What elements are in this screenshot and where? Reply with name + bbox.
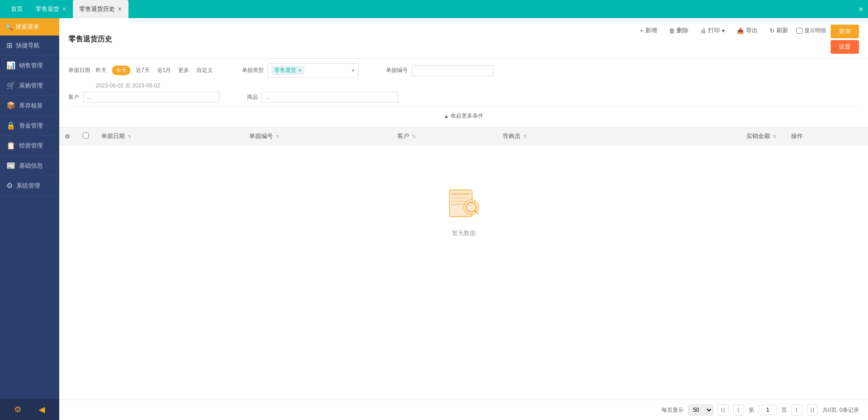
doc-number-label: 单据编号 bbox=[386, 67, 408, 74]
print-icon: 🖨 bbox=[700, 27, 706, 34]
date-filter-label: 单据日期 bbox=[68, 67, 90, 74]
amount-sort-icon: ⇅ bbox=[773, 134, 776, 139]
print-dropdown-icon: ▾ bbox=[722, 27, 725, 34]
finance-icon: 🔒 bbox=[6, 121, 15, 130]
svg-rect-3 bbox=[452, 200, 466, 202]
date-more[interactable]: 更多 bbox=[176, 66, 191, 75]
sidebar-item-basic-info[interactable]: 📰 基础信息 bbox=[0, 156, 59, 176]
date-custom[interactable]: 自定义 bbox=[195, 66, 215, 75]
doc-type-tag-text: 零售退货 bbox=[274, 67, 296, 74]
th-settings[interactable]: ⚙ bbox=[59, 128, 77, 145]
sidebar-item-purchase-label: 采购管理 bbox=[19, 82, 43, 90]
empty-state: 暂无数据 bbox=[59, 145, 868, 274]
data-table: ⚙ 单据日期 ⇅ 单据编号 ⇅ bbox=[59, 128, 868, 145]
customer-input[interactable] bbox=[83, 92, 220, 102]
refresh-icon: ↻ bbox=[770, 27, 775, 34]
sidebar-search[interactable]: 🔍 搜索菜单 bbox=[0, 18, 59, 36]
goods-input[interactable] bbox=[262, 92, 398, 102]
page-header: 零售退货历史 + 新增 🗑 删除 🖨 打印 bbox=[59, 18, 868, 59]
svg-rect-1 bbox=[452, 193, 470, 195]
sidebar-item-operation[interactable]: 📋 经营管理 bbox=[0, 136, 59, 156]
doc-type-select[interactable]: 零售退货 ✕ ▾ bbox=[267, 63, 359, 77]
export-label: 导出 bbox=[746, 26, 758, 35]
delete-label: 删除 bbox=[677, 26, 688, 35]
close-retail-return-history-icon[interactable]: ✕ bbox=[118, 6, 122, 12]
date-options: 昨天 今天 近7天 近1月 更多 自定义 bbox=[94, 66, 215, 75]
page-label: 第 bbox=[749, 406, 754, 414]
tab-retail-return[interactable]: 零售退货 ✕ bbox=[29, 0, 73, 18]
sidebar-item-system-label: 系统管理 bbox=[16, 182, 40, 190]
settings-icon[interactable]: ⚙ bbox=[65, 133, 70, 140]
th-doc-date[interactable]: 单据日期 ⇅ bbox=[96, 128, 244, 145]
first-page-button[interactable]: ⟨⟨ bbox=[718, 405, 729, 415]
operation-icon: 📋 bbox=[6, 141, 15, 150]
show-detail-checkbox[interactable] bbox=[796, 28, 802, 34]
add-button[interactable]: + 新增 bbox=[636, 25, 661, 36]
collapse-sidebar-icon[interactable]: ◀ bbox=[39, 405, 45, 415]
inventory-icon: 📦 bbox=[6, 101, 15, 110]
delete-button[interactable]: 🗑 删除 bbox=[665, 25, 692, 36]
doc-type-label: 单据类型 bbox=[242, 67, 264, 74]
prev-page-button[interactable]: ⟨ bbox=[733, 405, 744, 415]
query-button[interactable]: 查询 bbox=[831, 25, 859, 38]
search-icon: 🔍 bbox=[5, 24, 13, 31]
print-button[interactable]: 🖨 打印 ▾ bbox=[697, 25, 729, 36]
th-customer-label: 客户 bbox=[397, 133, 409, 139]
collapse-label: 收起更多条件 bbox=[451, 112, 483, 120]
refresh-label: 刷新 bbox=[776, 26, 788, 35]
sidebar-item-purchase-mgmt[interactable]: 🛒 采购管理 bbox=[0, 76, 59, 96]
close-retail-return-icon[interactable]: ✕ bbox=[62, 6, 67, 12]
date-last7[interactable]: 近7天 bbox=[134, 66, 152, 75]
window-close-icon[interactable]: ✕ bbox=[858, 6, 863, 13]
tab-home[interactable]: 首页 bbox=[5, 0, 29, 18]
empty-state-text: 暂无数据 bbox=[452, 229, 476, 237]
total-info: 共0页, 0条记录 bbox=[822, 406, 859, 414]
setting-button[interactable]: 设置 bbox=[831, 40, 859, 54]
sidebar-item-finance[interactable]: 🔒 资金管理 bbox=[0, 116, 59, 136]
empty-state-icon bbox=[443, 182, 484, 223]
print-label: 打印 bbox=[708, 26, 720, 35]
filter-row-2: 客户 商品 bbox=[68, 92, 859, 102]
sidebar-bottom: ⚙ ◀ bbox=[0, 399, 59, 420]
doc-type-tag: 零售退货 ✕ bbox=[272, 66, 304, 75]
page-number-input[interactable] bbox=[759, 405, 777, 415]
top-bar: 首页 零售退货 ✕ 零售退货历史 ✕ ✕ bbox=[0, 0, 868, 18]
tab-home-label: 首页 bbox=[11, 5, 23, 13]
last-page-button[interactable]: ⟩⟩ bbox=[807, 405, 818, 415]
sidebar-item-system[interactable]: ⚙ 系统管理 bbox=[0, 176, 59, 196]
select-all-checkbox[interactable] bbox=[83, 133, 89, 138]
th-doc-date-label: 单据日期 bbox=[101, 133, 125, 139]
date-today[interactable]: 今天 bbox=[112, 66, 130, 75]
doc-type-dropdown-icon: ▾ bbox=[352, 67, 354, 74]
system-icon: ⚙ bbox=[6, 181, 13, 190]
guide-sort-icon: ⇅ bbox=[523, 134, 527, 139]
doc-type-tag-close[interactable]: ✕ bbox=[298, 68, 302, 73]
th-amount[interactable]: 实销金额 ⇅ bbox=[624, 128, 785, 145]
sidebar: 🔍 搜索菜单 ⊞ 快捷导航 📊 销售管理 🛒 采购管理 📦 库存核算 🔒 资金管… bbox=[0, 18, 59, 420]
settings-bottom-icon[interactable]: ⚙ bbox=[14, 405, 21, 415]
th-checkbox[interactable] bbox=[77, 128, 96, 145]
th-customer[interactable]: 客户 ⇅ bbox=[392, 128, 497, 145]
table-header: ⚙ 单据日期 ⇅ 单据编号 ⇅ bbox=[59, 128, 868, 145]
sidebar-item-sales-mgmt[interactable]: 📊 销售管理 bbox=[0, 56, 59, 76]
doc-number-input[interactable] bbox=[411, 65, 493, 76]
doc-number-sort-icon: ⇅ bbox=[276, 134, 279, 139]
filter-row-1: 单据日期 昨天 今天 近7天 近1月 更多 自定义 单据类型 bbox=[68, 63, 859, 77]
sidebar-item-inventory[interactable]: 📦 库存核算 bbox=[0, 96, 59, 116]
per-page-select[interactable]: 50 10 20 100 bbox=[688, 405, 713, 415]
next-page-button[interactable]: ⟩ bbox=[791, 405, 802, 415]
date-yesterday[interactable]: 昨天 bbox=[94, 66, 108, 75]
tab-retail-return-history-label: 零售退货历史 bbox=[79, 5, 115, 13]
query-setting-group: 查询 设置 bbox=[831, 25, 859, 54]
collapse-button[interactable]: ▲ 收起更多条件 bbox=[68, 112, 859, 120]
date-last-month[interactable]: 近1月 bbox=[155, 66, 173, 75]
show-detail-toggle[interactable]: 显示明细 bbox=[796, 27, 826, 35]
export-button[interactable]: 📤 导出 bbox=[733, 25, 761, 36]
th-guide[interactable]: 导购员 ⇅ bbox=[497, 128, 624, 145]
refresh-button[interactable]: ↻ 刷新 bbox=[766, 25, 792, 36]
date-range-display: 2023-06-02 至 2023-06-02 bbox=[96, 82, 160, 89]
tab-retail-return-history[interactable]: 零售退货历史 ✕ bbox=[73, 0, 128, 18]
sidebar-item-quick-nav[interactable]: ⊞ 快捷导航 bbox=[0, 36, 59, 56]
basic-info-icon: 📰 bbox=[6, 161, 15, 170]
th-doc-number[interactable]: 单据编号 ⇅ bbox=[244, 128, 392, 145]
